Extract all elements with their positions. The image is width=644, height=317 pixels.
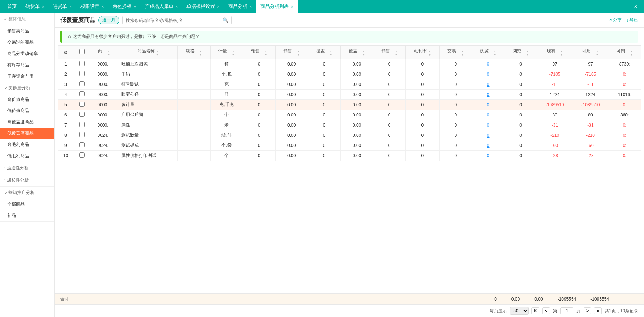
row-checkbox[interactable]: [79, 61, 85, 66]
page-size-select[interactable]: 50 10 20 100: [510, 307, 529, 315]
th-cover-a[interactable]: 覆盖...▲▼: [308, 46, 340, 59]
share-button[interactable]: ↗ 分享: [608, 17, 622, 23]
cell-browse-a[interactable]: 0: [472, 110, 504, 120]
nav-purchase-order[interactable]: 进货单 ×: [48, 0, 76, 13]
row-checkbox[interactable]: [79, 91, 85, 96]
sidebar-item-sales-goods[interactable]: 销售类商品: [0, 25, 54, 37]
sidebar-item-traded-goods[interactable]: 交易过的商品: [0, 37, 54, 48]
row-checkbox[interactable]: [79, 122, 85, 127]
cell-browse-a[interactable]: 0: [472, 151, 504, 161]
th-spec[interactable]: 规格...▲▼: [178, 46, 210, 59]
export-button[interactable]: ↓ 导出: [626, 17, 638, 23]
row-checkbox[interactable]: [79, 112, 85, 117]
sidebar-group-marketing-header[interactable]: ∨ 营销推广分析: [0, 187, 54, 199]
cell-sellable: 0:: [608, 140, 641, 151]
cell-unit: 箱: [210, 59, 243, 69]
close-icon[interactable]: ×: [69, 4, 71, 9]
th-sales-qty[interactable]: 销售...▲▼: [243, 46, 275, 59]
nav-home[interactable]: 首页: [3, 0, 21, 13]
close-icon[interactable]: ×: [291, 4, 293, 9]
cell-browse-a[interactable]: 0: [472, 130, 504, 140]
close-icon[interactable]: ×: [134, 4, 136, 9]
close-all-button[interactable]: ×: [630, 1, 641, 12]
cell-browse-a[interactable]: 0: [472, 120, 504, 130]
close-icon[interactable]: ×: [217, 4, 219, 9]
nav-sales-order[interactable]: 销货单 ×: [21, 0, 48, 13]
sidebar-item-low-margin[interactable]: 低毛利商品: [0, 150, 54, 162]
sidebar-item-all-goods[interactable]: 全部商品: [0, 199, 54, 210]
sidebar-item-stock-capital[interactable]: 库存资金占用: [0, 71, 54, 82]
sidebar-group-circulation-header[interactable]: › 流通性分析: [0, 162, 54, 174]
nav-product-analysis-list[interactable]: 商品分析列表 ×: [256, 0, 298, 13]
cell-checkbox[interactable]: [74, 69, 90, 79]
sidebar-item-category-rate[interactable]: 商品分类动销率: [0, 48, 54, 59]
nav-product-analysis[interactable]: 商品分析 ×: [224, 0, 256, 13]
th-browse-b[interactable]: 浏览...▲▼: [504, 46, 537, 59]
th-current[interactable]: 现有...▲▼: [537, 46, 573, 59]
cell-checkbox[interactable]: [74, 130, 90, 140]
search-input[interactable]: [126, 18, 223, 23]
search-icon[interactable]: 🔍: [223, 17, 228, 23]
cell-checkbox[interactable]: [74, 100, 90, 110]
first-page-button[interactable]: K: [531, 307, 539, 314]
nav-permissions[interactable]: 权限设置 ×: [76, 0, 108, 13]
sidebar-collapse-button[interactable]: « 整体信息: [0, 13, 54, 25]
cell-browse-a[interactable]: 0: [472, 69, 504, 79]
cell-browse-a[interactable]: 0: [472, 90, 504, 100]
sidebar-item-high-value[interactable]: 高价值商品: [0, 94, 54, 105]
next-page-button[interactable]: >: [584, 307, 591, 314]
sidebar-item-high-coverage[interactable]: 高覆盖度商品: [0, 116, 54, 128]
cell-checkbox[interactable]: [74, 90, 90, 100]
cell-trade: 0: [439, 100, 472, 110]
current-page-input[interactable]: [560, 307, 573, 314]
cell-checkbox[interactable]: [74, 59, 90, 69]
cell-checkbox[interactable]: [74, 79, 90, 90]
th-browse-a[interactable]: 浏览...▲▼: [472, 46, 504, 59]
row-checkbox[interactable]: [79, 81, 85, 86]
th-sales-amt[interactable]: 销售...▲▼: [275, 46, 308, 59]
sidebar-item-high-margin[interactable]: 高毛利商品: [0, 139, 54, 150]
close-icon[interactable]: ×: [250, 4, 252, 9]
th-avail[interactable]: 可用...▲▼: [573, 46, 608, 59]
cell-browse-a[interactable]: 0: [472, 79, 504, 90]
row-checkbox[interactable]: [79, 142, 85, 147]
th-name[interactable]: 商品名称▲▼: [118, 46, 178, 59]
row-checkbox[interactable]: [79, 102, 85, 107]
sidebar-item-low-value[interactable]: 低价值商品: [0, 105, 54, 116]
th-cover-b[interactable]: 覆盖...▲▼: [341, 46, 373, 59]
select-all-checkbox[interactable]: [79, 49, 85, 54]
close-icon[interactable]: ×: [176, 4, 178, 9]
cell-browse-a[interactable]: 0: [472, 100, 504, 110]
sidebar-group-cluster-header[interactable]: ∨ 类群量分析: [0, 82, 54, 94]
cell-checkbox[interactable]: [74, 140, 90, 151]
th-checkbox[interactable]: [74, 46, 90, 59]
sidebar-group-growth-header[interactable]: › 成长性分析: [0, 174, 54, 186]
cell-checkbox[interactable]: [74, 110, 90, 120]
nav-product-inbound[interactable]: 产成品入库单 ×: [141, 0, 182, 13]
row-checkbox[interactable]: [79, 132, 85, 137]
sidebar-item-low-coverage[interactable]: 低覆盖度商品: [0, 128, 54, 139]
row-checkbox[interactable]: [79, 71, 85, 76]
row-checkbox[interactable]: [79, 152, 85, 158]
sidebar-item-stocked-goods[interactable]: 有库存商品: [0, 59, 54, 71]
th-trade[interactable]: 交易...▲▼: [439, 46, 472, 59]
sidebar-item-new-goods[interactable]: 新品: [0, 210, 54, 221]
filter-period-button[interactable]: 近一月: [98, 16, 119, 24]
close-icon[interactable]: ×: [42, 4, 44, 9]
cell-browse-a[interactable]: 0: [472, 59, 504, 69]
cell-checkbox[interactable]: [74, 120, 90, 130]
close-icon[interactable]: ×: [102, 4, 104, 9]
th-sellable[interactable]: 可销...▲▼: [608, 46, 641, 59]
th-settings[interactable]: ⚙: [58, 46, 74, 59]
last-page-button[interactable]: »: [594, 307, 602, 314]
nav-role-auth[interactable]: 角色授权 ×: [108, 0, 140, 13]
prev-page-button[interactable]: <: [542, 307, 550, 314]
cell-checkbox[interactable]: [74, 151, 90, 161]
cell-trade: 0: [439, 151, 472, 161]
nav-template-settings[interactable]: 单据模板设置 ×: [182, 0, 224, 13]
th-unit[interactable]: 计量...▲▼: [210, 46, 243, 59]
th-sales-c[interactable]: 销售...▲▼: [373, 46, 405, 59]
th-code[interactable]: 商...▲▼: [90, 46, 118, 59]
th-gross-rate[interactable]: 毛利率▲▼: [406, 46, 439, 59]
cell-browse-a[interactable]: 0: [472, 140, 504, 151]
